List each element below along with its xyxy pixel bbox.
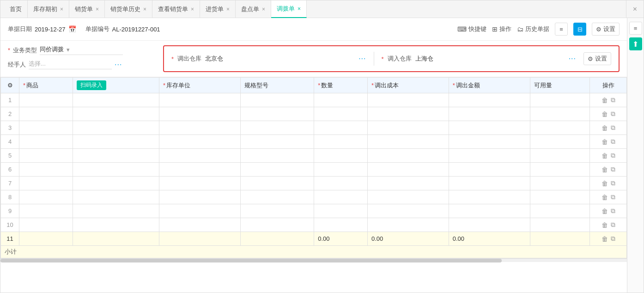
tab-purchase-order[interactable]: 进货单 × [200, 0, 236, 18]
cell-cost[interactable] [367, 107, 449, 121]
tab-view-sales[interactable]: 查看销货单 × [152, 0, 200, 18]
horizontal-scrollbar[interactable] [0, 258, 627, 262]
tab-inventory-check[interactable]: 盘点单 × [236, 0, 271, 18]
handler-dropdown[interactable]: 选择... [29, 60, 112, 69]
cell-spec[interactable] [240, 190, 314, 204]
cell-product[interactable] [19, 218, 73, 232]
cell-cost[interactable] [367, 177, 449, 190]
business-type-arrow[interactable]: ▾ [67, 46, 70, 53]
cell-amount[interactable] [449, 204, 530, 218]
cell-qty[interactable] [314, 204, 368, 218]
delete-subtotal-icon[interactable]: 🗑 [601, 235, 608, 243]
tab-sales-order[interactable]: 销货单 × [69, 0, 105, 18]
delete-row-icon[interactable]: 🗑 [601, 180, 608, 187]
cell-cost[interactable] [367, 149, 449, 163]
cell-unit[interactable] [159, 135, 240, 149]
shortcuts-button[interactable]: ⌨ 快捷键 [457, 25, 486, 33]
cell-amount[interactable] [449, 218, 530, 232]
tab-home[interactable]: 首页 [4, 0, 28, 18]
cell-cost[interactable] [367, 218, 449, 232]
tab-transfer-order[interactable]: 调拨单 × [271, 0, 307, 18]
sidebar-list-button[interactable]: ≡ [629, 22, 642, 35]
warehouse-settings-button[interactable]: ⚙ 设置 [583, 52, 611, 65]
settings-gear-icon[interactable]: ⚙ [7, 82, 13, 89]
cell-unit[interactable] [159, 163, 240, 177]
cell-qty[interactable] [314, 135, 368, 149]
cell-amount[interactable] [449, 107, 530, 121]
cell-unit[interactable] [159, 204, 240, 218]
cell-unit[interactable] [159, 93, 240, 107]
copy-row-icon[interactable]: ⧉ [611, 110, 615, 118]
cell-product[interactable] [19, 135, 73, 149]
cell-spec[interactable] [240, 218, 314, 232]
cell-amount[interactable] [449, 163, 530, 177]
history-button[interactable]: 🗂 历史单据 [517, 25, 549, 33]
cell-cost[interactable] [367, 135, 449, 149]
cell-amount[interactable] [449, 149, 530, 163]
copy-row-icon[interactable]: ⧉ [611, 152, 615, 159]
close-sales-order[interactable]: × [96, 6, 99, 12]
cell-qty[interactable] [314, 121, 368, 135]
cell-spec[interactable] [240, 121, 314, 135]
cell-qty[interactable] [314, 149, 368, 163]
close-transfer-order[interactable]: × [298, 6, 301, 12]
cell-unit[interactable] [159, 107, 240, 121]
cell-qty[interactable] [314, 190, 368, 204]
copy-row-icon[interactable]: ⧉ [611, 179, 615, 187]
delete-row-icon[interactable]: 🗑 [601, 194, 608, 201]
scrollbar-thumb[interactable] [0, 259, 502, 262]
cell-spec[interactable] [240, 163, 314, 177]
cell-cost[interactable] [367, 93, 449, 107]
cell-product[interactable] [19, 163, 73, 177]
cell-amount[interactable] [449, 135, 530, 149]
cell-qty[interactable] [314, 163, 368, 177]
copy-subtotal-icon[interactable]: ⧉ [611, 235, 615, 243]
cell-qty[interactable] [314, 218, 368, 232]
cell-cost[interactable] [367, 190, 449, 204]
cell-product[interactable] [19, 204, 73, 218]
delete-row-icon[interactable]: 🗑 [601, 110, 608, 118]
cell-spec[interactable] [240, 177, 314, 190]
business-type-dropdown[interactable]: 同价调拨 ▾ [40, 45, 123, 55]
cell-product[interactable] [19, 107, 73, 121]
close-purchase-order[interactable]: × [226, 6, 230, 12]
cell-cost[interactable] [367, 204, 449, 218]
layout2-button[interactable]: ⊟ [573, 23, 586, 36]
cell-product[interactable] [19, 149, 73, 163]
cell-product[interactable] [19, 190, 73, 204]
delete-row-icon[interactable]: 🗑 [601, 138, 608, 146]
copy-row-icon[interactable]: ⧉ [611, 96, 615, 104]
copy-row-icon[interactable]: ⧉ [611, 165, 615, 173]
close-inventory-init[interactable]: × [60, 6, 63, 12]
cell-spec[interactable] [240, 149, 314, 163]
cell-unit[interactable] [159, 121, 240, 135]
tab-sales-history[interactable]: 销货单历史 × [105, 0, 152, 18]
warehouse-out-more-button[interactable]: ··· [358, 55, 366, 63]
handler-more-button[interactable]: ··· [115, 61, 122, 69]
cell-amount[interactable] [449, 190, 530, 204]
close-inventory-check[interactable]: × [262, 6, 265, 12]
delete-row-icon[interactable]: 🗑 [601, 208, 608, 215]
copy-row-icon[interactable]: ⧉ [611, 207, 615, 215]
copy-row-icon[interactable]: ⧉ [611, 221, 615, 229]
copy-row-icon[interactable]: ⧉ [611, 193, 615, 201]
cell-amount[interactable] [449, 177, 530, 190]
cell-cost[interactable] [367, 121, 449, 135]
cell-product[interactable] [19, 93, 73, 107]
th-settings[interactable]: ⚙ [1, 78, 19, 93]
cell-unit[interactable] [159, 190, 240, 204]
calendar-icon[interactable]: 📅 [68, 25, 76, 33]
operations-button[interactable]: ⊞ 操作 [492, 25, 511, 33]
delete-row-icon[interactable]: 🗑 [601, 166, 608, 173]
cell-spec[interactable] [240, 204, 314, 218]
cell-amount[interactable] [449, 121, 530, 135]
delete-row-icon[interactable]: 🗑 [601, 152, 608, 159]
cell-spec[interactable] [240, 135, 314, 149]
cell-spec[interactable] [240, 93, 314, 107]
cell-product[interactable] [19, 121, 73, 135]
cell-qty[interactable] [314, 177, 368, 190]
sidebar-export-button[interactable]: ⬆ [629, 37, 642, 50]
cell-product[interactable] [19, 177, 73, 190]
close-view-sales[interactable]: × [191, 6, 194, 12]
cell-qty[interactable] [314, 93, 368, 107]
